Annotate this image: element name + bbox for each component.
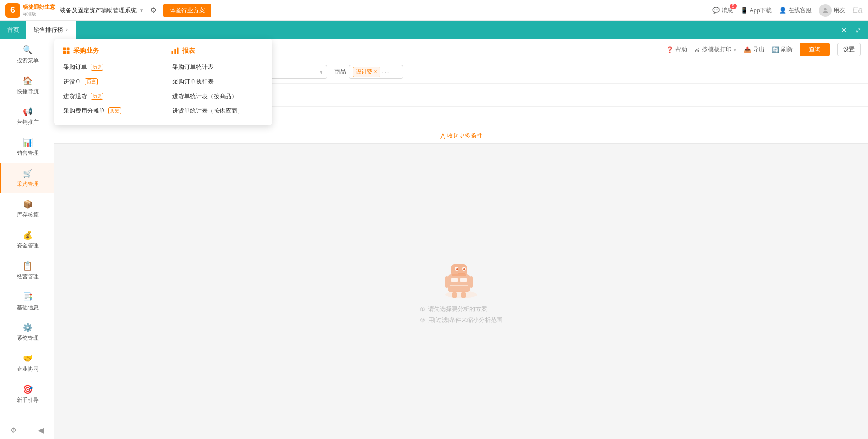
sidebar-settings-icon[interactable]: ⚙ [10, 426, 17, 434]
sidebar-item-search[interactable]: 🔍 搜索菜单 [0, 39, 54, 70]
sidebar-item-operation[interactable]: 📋 经营管理 [0, 255, 54, 286]
topbar-right: 💬 消息 9 📱 App下载 👤 在线客服 用友 Ea [712, 4, 863, 17]
dropdown-item-purchase-order[interactable]: 采购订单 历史 [62, 60, 156, 74]
sidebar-label-finance: 资金管理 [17, 242, 39, 250]
refresh-icon: 🔄 [772, 46, 779, 53]
history-badge: 历史 [85, 78, 98, 85]
sidebar-label-inventory: 库存核算 [17, 211, 39, 219]
svg-rect-9 [461, 292, 466, 298]
sidebar-item-finance[interactable]: 💰 资金管理 [0, 224, 54, 255]
sidebar-item-basic-info[interactable]: 📑 基础信息 [0, 286, 54, 317]
sidebar-collapse-icon[interactable]: ◀ [38, 426, 44, 434]
goods-tag: 设计费 × [353, 67, 380, 77]
purchase-section-title: 采购业务 [62, 46, 156, 55]
goods-input[interactable]: 设计费 × ··· [349, 65, 403, 79]
dropdown-item-purchase-goods[interactable]: 进货单 历史 [62, 74, 156, 89]
brand-ea: Ea [853, 5, 863, 15]
inventory-icon: 📦 [23, 199, 33, 209]
enterprise-icon: 🤝 [23, 354, 33, 364]
sidebar-item-nav[interactable]: 🏠 快捷导航 [0, 70, 54, 101]
collapse-button[interactable]: ⋀ 收起更多条件 [440, 132, 483, 140]
sidebar-item-sales[interactable]: 📊 销售管理 [0, 132, 54, 163]
dropdown-item-purchase-order-stat[interactable]: 采购订单统计表 [171, 60, 265, 74]
dropdown-item-purchase-order-exec[interactable]: 采购订单执行表 [171, 74, 265, 89]
svg-rect-4 [460, 278, 467, 282]
report-section-title: 报表 [171, 46, 265, 55]
goods-more-icon[interactable]: ··· [382, 69, 390, 75]
sidebar-item-purchase[interactable]: 🛒 采购管理 [0, 163, 54, 193]
sidebar-item-system[interactable]: ⚙️ 系统管理 [0, 317, 54, 348]
dropdown-item-goods-stat-by-supplier[interactable]: 进货单统计表（按供应商） [171, 104, 265, 118]
service-icon: 👤 [779, 7, 786, 14]
sidebar-label-operation: 经营管理 [17, 273, 39, 281]
svg-rect-17 [67, 48, 70, 51]
sidebar-label-basic-info: 基础信息 [17, 304, 39, 311]
svg-rect-7 [470, 276, 473, 288]
tab-home[interactable]: 首页 [0, 21, 26, 39]
export-button[interactable]: 📤 导出 [744, 45, 765, 54]
dropdown-item-purchase-return[interactable]: 进货退货 历史 [62, 89, 156, 104]
svg-rect-21 [174, 49, 176, 54]
dropdown-arrow-icon[interactable]: ▾ [140, 7, 143, 14]
svg-point-13 [456, 268, 458, 270]
purchase-section-icon [62, 46, 71, 55]
svg-rect-3 [451, 278, 458, 282]
sales-icon: 📊 [23, 138, 33, 148]
settings-icon[interactable]: ⚙ [147, 4, 160, 17]
topbar: 6 畅捷通好生意 标准版 装备及固定资产辅助管理系统 ▾ ⚙ 体验行业方案 💬 … [0, 0, 868, 21]
message-button[interactable]: 💬 消息 9 [712, 6, 733, 15]
app-download-button[interactable]: 📱 App下载 [741, 6, 772, 15]
message-icon: 💬 [712, 7, 720, 14]
report-section-icon [171, 46, 180, 55]
dropdown-item-purchase-expense[interactable]: 采购费用分摊单 历史 [62, 104, 156, 118]
close-window-icon[interactable]: ✕ [838, 25, 849, 35]
chevron-down-icon: ▾ [320, 69, 323, 75]
svg-rect-16 [63, 48, 66, 51]
svg-point-14 [463, 268, 465, 270]
logo-icon: 6 [5, 3, 20, 18]
user-menu[interactable]: 用友 [819, 4, 845, 17]
sidebar-label-purchase: 采购管理 [17, 180, 39, 188]
sidebar-item-inventory[interactable]: 📦 库存核算 [0, 193, 54, 224]
mobile-icon: 📱 [741, 7, 748, 14]
industry-button[interactable]: 体验行业方案 [163, 4, 211, 17]
history-badge: 历史 [108, 107, 121, 114]
tab-close-icon[interactable]: × [66, 27, 69, 33]
empty-hint-2: 用[过滤]条件来缩小分析范围 [420, 316, 502, 324]
purchase-dropdown-menu: 采购业务 采购订单 历史 进货单 历史 进货退货 历史 采购费用分摊单 历史 报… [54, 39, 272, 125]
sidebar-item-guide[interactable]: 🎯 新手引导 [0, 379, 54, 409]
tabbar-actions: ✕ ⤢ [838, 25, 863, 35]
svg-rect-18 [63, 51, 66, 54]
maximize-icon[interactable]: ⤢ [853, 25, 863, 35]
empty-illustration [434, 256, 488, 301]
topbar-center: 装备及固定资产辅助管理系统 ▾ ⚙ 体验行业方案 [60, 4, 712, 17]
refresh-button[interactable]: 🔄 刷新 [772, 45, 793, 54]
sidebar-item-enterprise[interactable]: 🤝 企业协同 [0, 348, 54, 379]
empty-hints: 请先选择要分析的方案 用[过滤]条件来缩小分析范围 [420, 305, 502, 327]
tab-sales-rank[interactable]: 销售排行榜 × [26, 21, 76, 39]
goods-filter: 商品 设计费 × ··· [334, 65, 403, 79]
empty-hint-1: 请先选择要分析的方案 [420, 305, 502, 313]
home-icon: 🏠 [23, 76, 33, 86]
svg-rect-22 [177, 48, 178, 54]
tag-close-icon[interactable]: × [374, 69, 377, 75]
sidebar-item-marketing[interactable]: 📢 营销推广 [0, 101, 54, 132]
history-badge: 历史 [91, 64, 103, 71]
online-service-button[interactable]: 👤 在线客服 [779, 6, 812, 15]
help-icon: ❓ [666, 46, 673, 53]
operation-icon: 📋 [23, 261, 33, 271]
setting-button[interactable]: 设置 [837, 43, 861, 56]
help-button[interactable]: ❓ 帮助 [666, 45, 687, 54]
sidebar-label-search: 搜索菜单 [17, 57, 39, 64]
query-button[interactable]: 查询 [800, 43, 830, 56]
dropdown-item-goods-stat-by-product[interactable]: 进货单统计表（按商品） [171, 89, 265, 104]
print-button[interactable]: 🖨 按模板打印 ▾ [694, 45, 736, 54]
sidebar-label-sales: 销售管理 [17, 149, 39, 157]
svg-rect-15 [458, 273, 465, 274]
logo-subtext: 标准版 [23, 11, 55, 17]
empty-state: 请先选择要分析的方案 用[过滤]条件来缩小分析范围 [54, 144, 868, 439]
svg-rect-6 [445, 276, 448, 288]
finance-icon: 💰 [23, 230, 33, 240]
svg-rect-2 [448, 274, 470, 292]
marketing-icon: 📢 [23, 107, 33, 117]
